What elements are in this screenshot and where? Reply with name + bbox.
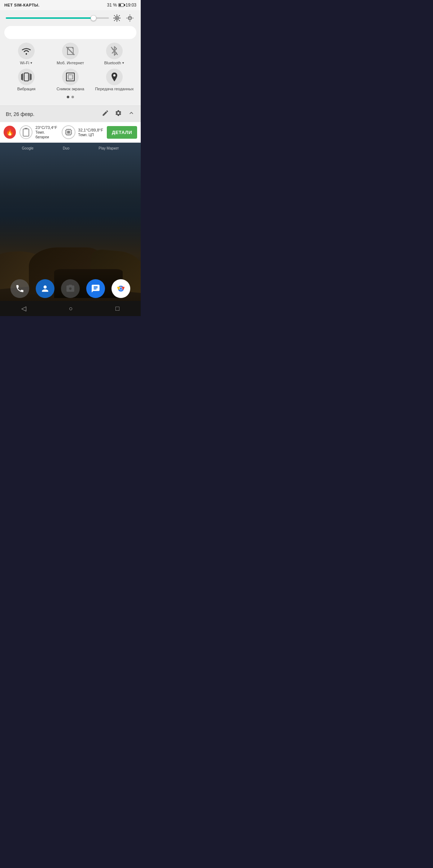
cpu-temp-text: 32,1°C/89,8°F Темп. ЦП (78, 128, 103, 137)
sim-status: НЕТ SIM-КАРТЫ. (4, 3, 40, 7)
svg-line-6 (119, 20, 120, 21)
search-row (4, 26, 136, 39)
brightness-sun-icon (113, 14, 121, 22)
back-button[interactable]: ◁ (16, 302, 32, 315)
dock-chrome-icon[interactable] (111, 279, 130, 298)
dock (0, 279, 141, 298)
chevron-up-icon (128, 109, 135, 117)
dot-1 (67, 96, 69, 98)
flame-icon: 🔥 (4, 126, 16, 139)
svg-rect-23 (24, 73, 29, 81)
edit-button[interactable] (102, 109, 109, 118)
recents-button[interactable]: □ (110, 303, 125, 315)
date-icons (102, 109, 135, 118)
svg-line-5 (114, 15, 115, 16)
auto-brightness-icon: A A (126, 14, 134, 22)
temp-banner: 🔥 23°C/73,4°F Темп. батареи (0, 122, 141, 143)
svg-point-30 (113, 74, 115, 77)
settings-button[interactable] (115, 109, 122, 118)
sim-off-icon (65, 46, 75, 56)
svg-line-7 (119, 15, 120, 16)
svg-text:A: A (129, 17, 131, 20)
battery-temp-text: 23°C/73,4°F Темп. батареи (35, 125, 58, 139)
brightness-sun-button[interactable] (112, 13, 122, 23)
svg-rect-32 (25, 128, 27, 129)
mobile-data-label: Моб. Интернет (57, 61, 84, 65)
toggle-location[interactable]: Передача геоданных (93, 69, 136, 91)
svg-line-8 (114, 20, 115, 21)
battery-outline-icon (22, 128, 30, 137)
home-app-labels: Google Duo Play Маркет (0, 146, 141, 150)
brightness-fill (6, 17, 93, 19)
edit-icon (102, 109, 109, 117)
wifi-label: Wi-Fi ▼ (20, 61, 33, 65)
toggle-vibration[interactable]: Вибрация (5, 69, 48, 91)
details-button[interactable]: ДЕТАЛИ (107, 126, 137, 139)
brightness-row[interactable]: A A (4, 13, 136, 23)
time-display: 19:03 (126, 3, 136, 8)
toggle-screenshot[interactable]: Снимок экрана (49, 69, 92, 91)
collapse-button[interactable] (128, 109, 135, 118)
chrome-svg (115, 283, 126, 294)
auto-brightness-button[interactable]: A A (125, 13, 135, 23)
battery-percent: 31 % (107, 3, 117, 8)
brightness-thumb (91, 15, 96, 21)
mobile-data-circle[interactable] (62, 43, 79, 59)
wifi-icon (21, 47, 31, 55)
toggles-row-1: Wi-Fi ▼ Моб. Интернет (4, 43, 136, 65)
wifi-toggle-circle[interactable] (18, 43, 35, 59)
bluetooth-label: Bluetooth ▼ (104, 61, 124, 65)
dock-contacts-icon[interactable] (36, 279, 54, 298)
battery-temp-circle (19, 125, 32, 139)
location-label: Передача геоданных (95, 87, 134, 91)
cpu-temp-item: 32,1°C/89,8°F Темп. ЦП (62, 125, 103, 139)
bluetooth-circle[interactable] (106, 43, 123, 59)
quick-settings-panel: A A Wi-Fi ▼ (0, 10, 141, 105)
toggle-wifi[interactable]: Wi-Fi ▼ (5, 43, 48, 65)
status-bar: НЕТ SIM-КАРТЫ. 31 % 19:03 (0, 0, 141, 10)
google-label: Google (22, 146, 34, 150)
home-screen: Google Duo Play Маркет (0, 143, 141, 316)
status-right: 31 % 19:03 (107, 3, 136, 8)
play-market-label: Play Маркет (99, 146, 119, 150)
dock-messages-icon[interactable] (86, 279, 105, 298)
contacts-svg (40, 284, 50, 293)
screenshot-label: Снимок экрана (57, 87, 84, 91)
svg-rect-29 (68, 75, 73, 79)
home-button[interactable]: ○ (63, 303, 79, 315)
dock-phone-icon[interactable] (10, 279, 29, 298)
brightness-slider[interactable] (6, 17, 109, 19)
screenshot-icon (65, 72, 75, 82)
bluetooth-icon (110, 46, 119, 56)
svg-rect-28 (66, 73, 74, 81)
phone-svg (15, 284, 25, 293)
dock-camera-icon[interactable] (61, 279, 80, 298)
messages-svg (91, 284, 100, 293)
battery-temp-item: 23°C/73,4°F Темп. батареи (19, 125, 58, 139)
vibration-label: Вибрация (17, 87, 35, 91)
nav-bar: ◁ ○ □ (0, 301, 141, 316)
date-text: Вт, 26 февр. (6, 111, 34, 117)
camera-svg (66, 284, 75, 293)
toggles-row-2: Вибрация Снимок экрана Передача геоданны… (4, 69, 136, 91)
vibration-circle[interactable] (18, 69, 35, 85)
svg-rect-34 (67, 131, 70, 134)
date-row: Вт, 26 февр. (0, 105, 141, 122)
cpu-temp-circle (62, 125, 75, 139)
duo-label: Duo (63, 146, 69, 150)
dot-2 (71, 96, 74, 98)
location-icon (110, 72, 119, 82)
battery-icon (118, 3, 124, 7)
vibrate-icon (21, 72, 32, 82)
svg-point-18 (26, 53, 27, 55)
location-circle[interactable] (106, 69, 123, 85)
svg-point-9 (116, 17, 118, 19)
screenshot-circle[interactable] (62, 69, 79, 85)
settings-icon (115, 109, 122, 117)
toggle-bluetooth[interactable]: Bluetooth ▼ (93, 43, 136, 65)
toggle-mobile-data[interactable]: Моб. Интернет (49, 43, 92, 65)
cpu-icon (65, 128, 73, 136)
svg-rect-31 (23, 129, 29, 136)
svg-point-49 (120, 288, 122, 290)
wifi-arrow: ▼ (30, 61, 33, 65)
